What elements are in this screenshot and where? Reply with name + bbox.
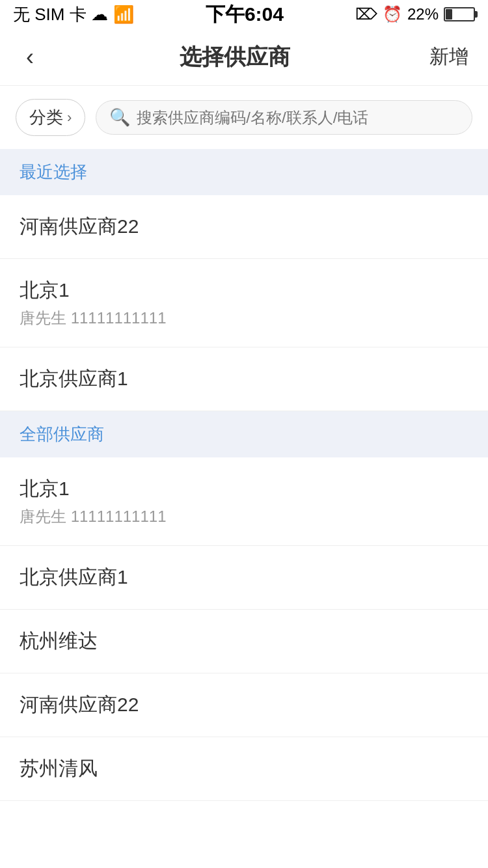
list-item[interactable]: 北京1 唐先生 11111111111 [0,259,488,347]
alarm-icon: ⏰ [383,5,402,23]
item-name: 北京供应商1 [20,366,468,392]
category-label: 分类 [29,106,63,129]
category-button[interactable]: 分类 › [16,99,85,136]
page-title: 选择供应商 [180,42,290,72]
back-button[interactable]: ‹ [20,37,40,77]
item-name: 杭州维达 [20,628,468,655]
nav-bar: ‹ 选择供应商 新增 [0,29,488,86]
item-name: 北京1 [20,277,468,304]
status-right: ⌦ ⏰ 22% [355,5,475,23]
item-name: 苏州清风 [20,755,468,782]
status-left: 无 SIM 卡 ☁ 📶 [13,3,134,26]
wifi-icon: 📶 [113,5,134,25]
item-name: 北京1 [20,476,468,502]
status-time: 下午6:04 [206,1,284,28]
battery-icon [444,7,475,21]
new-action-button[interactable]: 新增 [429,44,468,70]
list-item[interactable]: 北京1 唐先生 11111111111 [0,457,488,546]
list-item[interactable]: 河南供应商22 [0,195,488,259]
item-contact: 唐先生 11111111111 [20,308,468,329]
filter-bar: 分类 › 🔍 [0,86,488,149]
item-name: 河南供应商22 [20,213,468,240]
all-section-header: 全部供应商 [0,411,488,457]
list-item[interactable]: 河南供应商22 [0,673,488,737]
item-contact: 唐先生 11111111111 [20,506,468,527]
all-suppliers-list: 北京1 唐先生 11111111111 北京供应商1杭州维达河南供应商22苏州清… [0,457,488,801]
item-name: 北京供应商1 [20,564,468,591]
location-icon: ⌦ [355,5,377,23]
search-icon: 🔍 [109,107,130,128]
list-item[interactable]: 北京供应商1 [0,546,488,610]
list-item[interactable]: 杭州维达 [0,610,488,673]
list-item[interactable]: 苏州清风 [0,737,488,801]
sim-status: 无 SIM 卡 ☁ [13,3,108,26]
status-bar: 无 SIM 卡 ☁ 📶 下午6:04 ⌦ ⏰ 22% [0,0,488,29]
recent-section-header: 最近选择 [0,149,488,195]
search-box[interactable]: 🔍 [96,100,472,135]
recent-list: 河南供应商22 北京1 唐先生 11111111111 北京供应商1 [0,195,488,411]
battery-percent: 22% [407,5,439,23]
list-item[interactable]: 北京供应商1 [0,347,488,411]
search-input[interactable] [137,109,459,127]
chevron-right-icon: › [67,109,72,126]
item-name: 河南供应商22 [20,692,468,718]
